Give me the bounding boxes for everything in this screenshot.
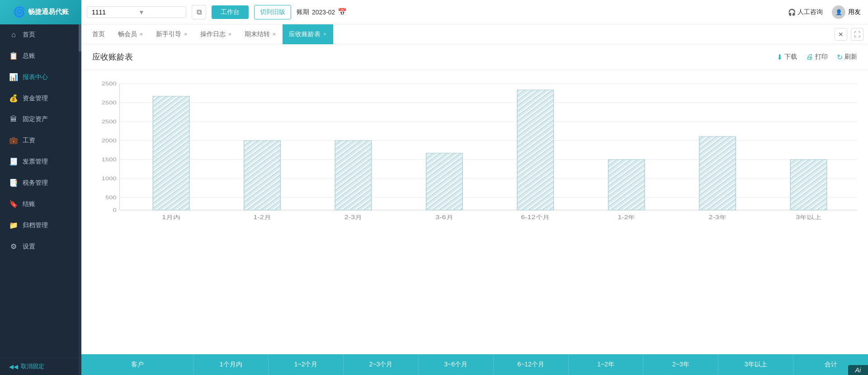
sidebar-item-home[interactable]: ⌂ 首页 [0, 24, 81, 45]
company-selector[interactable]: 1111 ▼ [87, 6, 186, 18]
sidebar-item-label: 首页 [23, 31, 35, 39]
page-header: 应收账龄表 ⬇ 下载 🖨 打印 ↻ 刷新 [81, 44, 868, 70]
tab-period-close[interactable]: 期末结转 × [238, 24, 283, 44]
sidebar-item-invoice[interactable]: 🧾 发票管理 [0, 151, 81, 172]
tab-actions: ✕ ⛶ [835, 28, 863, 41]
sidebar-item-label: 归档管理 [23, 221, 48, 230]
chart-icon: 📊 [9, 73, 18, 81]
sidebar-item-funds[interactable]: 💰 资金管理 [0, 88, 81, 109]
sidebar-item-label: 税务管理 [23, 179, 48, 187]
svg-text:6-12个月: 6-12个月 [521, 214, 550, 220]
svg-rect-20 [153, 96, 189, 210]
svg-rect-34 [790, 159, 827, 210]
sidebar: ⌂ 首页 📋 总账 📊 报表中心 💰 资金管理 🏛 固定资产 💼 工资 [0, 24, 81, 375]
close-icon[interactable]: × [273, 31, 276, 38]
svg-text:2-3年: 2-3年 [709, 214, 726, 220]
pin-icon: ◀◀ [9, 363, 18, 370]
print-button[interactable]: 🖨 打印 [806, 53, 828, 61]
company-name: 1111 [92, 9, 135, 16]
workbench-button[interactable]: 工作台 [212, 5, 249, 19]
svg-text:500: 500 [105, 195, 117, 201]
tab-home[interactable]: 首页 [86, 24, 112, 44]
close-tab-button[interactable]: ✕ [835, 28, 847, 41]
svg-text:3年以上: 3年以上 [796, 214, 821, 220]
download-label: 下载 [784, 53, 797, 61]
sidebar-item-settings[interactable]: ⚙ 设置 [0, 236, 81, 257]
switch-version-button[interactable]: 切到旧版 [254, 5, 291, 19]
chart-container: 2500 2500 2500 2000 1500 1000 500 0 [92, 79, 857, 251]
tab-guide[interactable]: 新手引导 × [150, 24, 194, 44]
cancel-pin-label: 取消固定 [21, 362, 44, 370]
copy-button[interactable]: ⧉ [192, 5, 206, 19]
col-customer: 客户 [81, 354, 193, 375]
close-icon[interactable]: × [323, 31, 326, 38]
chevron-down-icon: ▼ [138, 9, 181, 16]
close-icon[interactable]: × [140, 31, 143, 38]
tab-label: 操作日志 [200, 30, 226, 38]
sidebar-item-salary[interactable]: 💼 工资 [0, 130, 81, 151]
tab-label: 应收账龄表 [289, 30, 321, 38]
sidebar-item-tax[interactable]: 📑 税务管理 [0, 172, 81, 193]
consult-label: 人工咨询 [797, 8, 823, 16]
sidebar-item-ledger[interactable]: 📋 总账 [0, 45, 81, 66]
page-content: 应收账龄表 ⬇ 下载 🖨 打印 ↻ 刷新 [81, 44, 868, 375]
period-label: 账期 [297, 8, 309, 16]
tax-icon: 📑 [9, 178, 18, 187]
col-1month: 1个月内 [193, 354, 269, 375]
svg-rect-30 [608, 159, 645, 210]
print-label: 打印 [815, 53, 828, 61]
money-icon: 💰 [9, 94, 18, 103]
svg-text:1500: 1500 [102, 157, 117, 163]
col-2-3year: 2~3年 [643, 354, 718, 375]
sidebar-item-assets[interactable]: 🏛 固定资产 [0, 109, 81, 130]
sidebar-item-label: 工资 [23, 136, 35, 145]
refresh-icon: ↻ [837, 53, 843, 61]
salary-icon: 💼 [9, 136, 18, 145]
copy-icon: ⧉ [197, 8, 202, 16]
top-header: 🌀 畅捷通易代账 1111 ▼ ⧉ 工作台 切到旧版 账期 2023-02 📅 … [0, 0, 868, 24]
sidebar-item-checkout[interactable]: 🔖 结账 [0, 193, 81, 215]
user-area[interactable]: 👤 用友 [832, 5, 861, 19]
tab-log[interactable]: 操作日志 × [194, 24, 238, 44]
col-1-2month: 1~2个月 [269, 354, 344, 375]
svg-text:1-2月: 1-2月 [253, 214, 271, 220]
logo: 🌀 畅捷通易代账 [0, 0, 81, 24]
print-icon: 🖨 [806, 53, 813, 61]
sidebar-item-label: 总账 [23, 52, 35, 60]
bar-chart: 2500 2500 2500 2000 1500 1000 500 0 [92, 79, 857, 233]
svg-text:2500: 2500 [102, 100, 117, 106]
sidebar-item-archive[interactable]: 📁 归档管理 [0, 215, 81, 236]
tab-member[interactable]: 畅会员 × [112, 24, 150, 44]
tab-label: 畅会员 [118, 30, 137, 38]
consult-button[interactable]: 🎧 人工咨询 [788, 8, 823, 16]
col-3year-plus: 3年以上 [718, 354, 793, 375]
sidebar-item-label: 设置 [23, 243, 35, 251]
page-actions: ⬇ 下载 🖨 打印 ↻ 刷新 [777, 53, 857, 61]
maximize-button[interactable]: ⛶ [851, 28, 863, 41]
download-icon: ⬇ [777, 53, 783, 61]
close-icon[interactable]: × [184, 31, 187, 38]
sidebar-item-reports[interactable]: 📊 报表中心 [0, 66, 81, 88]
svg-text:2000: 2000 [102, 138, 117, 144]
svg-rect-24 [335, 141, 372, 210]
sidebar-item-label: 固定资产 [23, 115, 48, 123]
svg-text:1月内: 1月内 [162, 214, 180, 220]
tab-label: 期末结转 [245, 30, 270, 38]
svg-text:0: 0 [113, 207, 116, 213]
invoice-icon: 🧾 [9, 157, 18, 166]
home-icon: ⌂ [9, 31, 18, 39]
download-button[interactable]: ⬇ 下载 [777, 53, 797, 61]
settings-icon: ⚙ [9, 242, 18, 251]
close-icon[interactable]: × [228, 31, 231, 38]
svg-text:2-3月: 2-3月 [344, 214, 362, 220]
calendar-icon[interactable]: 📅 [338, 8, 347, 16]
tab-ar-aging[interactable]: 应收账龄表 × [283, 24, 333, 44]
ledger-icon: 📋 [9, 52, 18, 60]
col-1-2year: 1~2年 [569, 354, 644, 375]
sidebar-item-label: 发票管理 [23, 158, 48, 166]
refresh-button[interactable]: ↻ 刷新 [837, 53, 857, 61]
refresh-label: 刷新 [844, 53, 857, 61]
svg-text:2500: 2500 [102, 81, 117, 87]
cancel-pin-button[interactable]: ◀◀ 取消固定 [0, 357, 81, 375]
svg-rect-22 [244, 141, 281, 210]
